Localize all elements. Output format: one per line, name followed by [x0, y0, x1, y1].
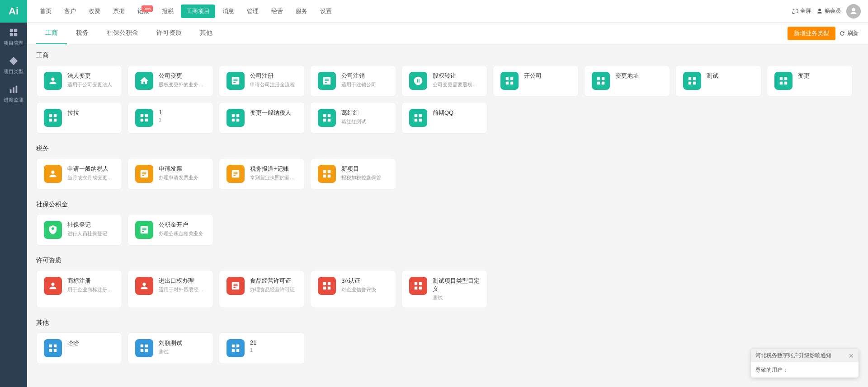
nav-operation[interactable]: 经营 [266, 5, 288, 18]
card-title: 法人变更 [67, 72, 114, 80]
card-icon [318, 277, 336, 295]
card-3a-cert[interactable]: 3A认证 对企业信誉评级 [310, 270, 396, 308]
grid-icon [8, 27, 19, 38]
svg-rect-38 [328, 119, 330, 121]
card-change-address[interactable]: 变更地址 [584, 65, 670, 97]
sidebar-item-progress-monitor[interactable]: 进度监测 [0, 79, 27, 108]
card-desc: 公司变更需要股权转让 [433, 81, 480, 88]
card-trademark[interactable]: 商标注册 用于企业商标注册服务 [36, 270, 122, 308]
card-new-project[interactable]: 新项目 报税加税控盘保管 [310, 158, 396, 190]
card-desc: 测试 [159, 349, 206, 355]
card-title: 税务报道+记账 [250, 165, 297, 173]
card-import-export[interactable]: 进出口权办理 适用于对外贸易经营者 [127, 270, 213, 308]
nav-settings[interactable]: 设置 [315, 5, 337, 18]
card-company-cancel[interactable]: 公司注销 适用于注销公司 [310, 65, 396, 97]
card-title: 公司变更 [159, 72, 206, 80]
section-title-tax: 税务 [36, 145, 859, 153]
svg-rect-21 [780, 82, 783, 84]
svg-rect-19 [780, 77, 783, 80]
cards-grid-industry: 法人变更 适用于公司变更法人 公司变更 股权变更外的业务变更 [36, 65, 859, 134]
sidebar-item-project-mgmt[interactable]: 项目管理 [0, 23, 27, 51]
membership-button[interactable]: 畅会员 [816, 7, 841, 15]
subtab-tax[interactable]: 税务 [67, 23, 98, 44]
card-num21[interactable]: 21 1 [219, 332, 305, 364]
svg-rect-10 [510, 82, 513, 84]
subtab-other[interactable]: 其他 [191, 23, 222, 44]
nav-message[interactable]: 消息 [217, 5, 240, 18]
card-pre-qq[interactable]: 前期QQ [401, 102, 487, 134]
card-icon [44, 339, 62, 357]
refresh-button[interactable]: 刷新 [839, 29, 859, 37]
nav-billing[interactable]: 收费 [83, 5, 106, 18]
card-icon [592, 72, 610, 90]
sidebar-item-label: 进度监测 [4, 97, 24, 103]
card-icon [409, 277, 427, 295]
card-num1[interactable]: 1 1 [127, 102, 213, 134]
svg-rect-57 [49, 349, 52, 352]
card-equity-transfer[interactable]: 股权转让 公司变更需要股权转让 [401, 65, 487, 97]
notification-close-button[interactable]: ✕ [849, 352, 854, 359]
card-text: 1 1 [159, 109, 206, 122]
card-desc: 适用于注销公司 [341, 81, 388, 88]
nav-customer[interactable]: 客户 [59, 5, 81, 18]
card-open-company[interactable]: 开公司 [493, 65, 579, 97]
topnav: 首页 客户 收费 票据 记账 new 报税 工商项目 消息 管理 经营 服务 设… [27, 0, 868, 23]
fullscreen-button[interactable]: 全屏 [792, 7, 811, 15]
card-desc: 葛红红测试 [341, 118, 388, 125]
card-text: 葛红红 葛红红测试 [341, 109, 388, 125]
card-text: 哈哈 [67, 339, 114, 349]
subtab-social-fund[interactable]: 社保公积金 [98, 23, 147, 44]
card-social-register[interactable]: 社保登记 进行人员社保登记 [36, 214, 122, 246]
svg-rect-41 [415, 119, 417, 121]
card-text: 拉拉 [67, 109, 114, 118]
card-company-register[interactable]: 公司注册 申请公司注册全流程 [219, 65, 305, 97]
card-title: 公司注册 [250, 72, 297, 80]
svg-rect-14 [602, 82, 604, 84]
card-tax-report[interactable]: 税务报道+记账 拿到营业执照的新公司 [219, 158, 305, 190]
svg-rect-17 [689, 82, 691, 84]
cards-grid-license: 商标注册 用于企业商标注册服务 进出口权办理 适用于对外贸易经营者 [36, 270, 859, 308]
nav-tax[interactable]: 报税 [156, 5, 179, 18]
card-gehonghong[interactable]: 葛红红 葛红红测试 [310, 102, 396, 134]
nav-manage[interactable]: 管理 [241, 5, 264, 18]
nav-accounting[interactable]: 记账 new [132, 5, 155, 18]
add-business-type-button[interactable]: 新增业务类型 [788, 27, 835, 40]
svg-rect-5 [13, 87, 14, 93]
card-change-tax[interactable]: 变更一般纳税人 [219, 102, 305, 134]
card-text: 新项目 报税加税控盘保管 [341, 165, 388, 181]
card-fund-open[interactable]: 公积金开户 办理公积金相关业务 [127, 214, 213, 246]
card-test1[interactable]: 测试 [675, 65, 761, 97]
subtab-industry[interactable]: 工商 [36, 23, 67, 44]
nav-ticket[interactable]: 票据 [108, 5, 130, 18]
svg-rect-18 [693, 82, 696, 84]
card-icon [226, 165, 245, 183]
sidebar-item-project-type[interactable]: 项目类型 [0, 51, 27, 79]
card-haha[interactable]: 哈哈 [36, 332, 122, 364]
card-desc: 测试 [433, 294, 480, 301]
card-apply-invoice[interactable]: 申请发票 办理申请发票业务 [127, 158, 213, 190]
card-icon [135, 165, 153, 183]
avatar[interactable] [846, 4, 861, 19]
card-lala[interactable]: 拉拉 [36, 102, 122, 134]
nav-home[interactable]: 首页 [34, 5, 57, 18]
card-company-change[interactable]: 公司变更 股权变更外的业务变更 [127, 65, 213, 97]
card-title: 前期QQ [433, 109, 480, 117]
nav-industry[interactable]: 工商项目 [181, 5, 215, 18]
card-title: 刘鹏测试 [159, 339, 206, 347]
card-text: 税务报道+记账 拿到营业执照的新公司 [250, 165, 297, 181]
card-test-project[interactable]: 测试项目类型目定义 测试 [401, 270, 487, 308]
card-legal-change[interactable]: 法人变更 适用于公司变更法人 [36, 65, 122, 97]
svg-rect-50 [328, 287, 330, 289]
svg-rect-36 [328, 114, 330, 117]
svg-rect-59 [141, 345, 143, 347]
subtab-license[interactable]: 许可资质 [147, 23, 191, 44]
svg-rect-16 [693, 77, 696, 80]
card-change1[interactable]: 变更 [767, 65, 853, 97]
card-liupeng-test[interactable]: 刘鹏测试 测试 [127, 332, 213, 364]
nav-service[interactable]: 服务 [290, 5, 313, 18]
card-food-license[interactable]: 食品经营许可证 办理食品经营许可证 [219, 270, 305, 308]
card-apply-tax[interactable]: 申请一般纳税人 当月或次月成变更完成 [36, 158, 122, 190]
svg-rect-23 [49, 114, 52, 117]
section-title-industry: 工商 [36, 51, 859, 60]
cards-grid-other: 哈哈 刘鹏测试 测试 [36, 332, 859, 364]
